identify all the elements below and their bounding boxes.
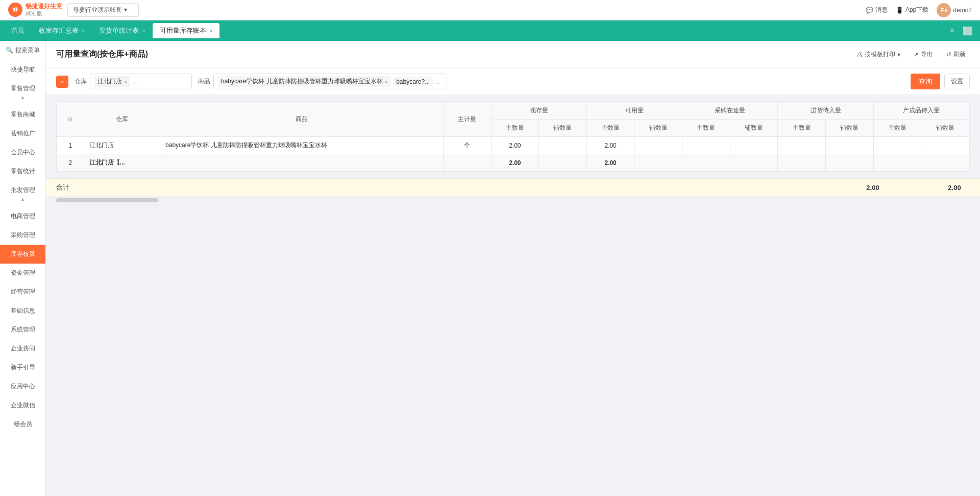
sidebar-item-member-center[interactable]: 会员中心 [0,143,45,162]
tab-available-stock[interactable]: 可用量库存账本 × [153,23,219,38]
user-area[interactable]: Ea demo2 [937,3,972,17]
footer-label: 合计 [56,183,97,192]
row-2-stock-aux [539,154,587,172]
settings-icon[interactable]: ⚙ [67,116,73,123]
data-table-container: ⚙ 仓库 商品 主计量 现存量 可用量 采购在途量 进货待入量 产成品待入量 主… [56,101,970,172]
horizontal-scrollbar[interactable] [56,198,970,202]
chevron-icon: ▲ [20,196,26,202]
message-label: 消息 [875,6,888,14]
dropdown-icon: ▾ [897,51,900,58]
sidebar-item-retail-mall[interactable]: 零售商城 [0,105,45,124]
chevron-icon: ▲ [20,95,26,100]
col-avail-aux-qty: 辅数量 [634,120,682,137]
export-label: 导出 [921,50,933,59]
row-1-warehouse: 江北门店 [84,137,160,154]
print-label: 按模板打印 [865,50,895,59]
sidebar-item-retail-mgmt[interactable]: 零售管理 ▲ [0,79,45,105]
sidebar-search[interactable]: 🔍 搜索菜单 [0,41,45,60]
sidebar-finance-label: 资金管理 [11,269,35,277]
warehouse-tag-close[interactable]: × [124,79,127,85]
print-btn[interactable]: 🖨 按模板打印 ▾ [852,48,904,61]
col-prod-main-qty: 主数量 [873,120,921,137]
col-stock-group: 现存量 [491,102,586,120]
app-download-label: App下载 [905,6,928,14]
sidebar-item-wholesale-mgmt[interactable]: 批发管理 ▲ [0,181,45,207]
logo-icon: 好 [8,3,22,17]
printer-icon: 🖨 [856,51,863,58]
filter-bar: » 仓库 江北门店 × ... 商品 babycare学饮杯 儿童防摔防撞吸管杯… [46,68,980,95]
sidebar-item-operations[interactable]: 经营管理 [0,282,45,301]
product-tag-1-close[interactable]: × [385,79,388,85]
phone-icon: 📱 [896,7,903,14]
table-row: 1 江北门店 babycare学饮杯 儿童防摔防撞吸管杯重力球吸嘴杯宝宝水杯 个… [57,137,969,154]
tab-close-icon[interactable]: × [209,28,212,34]
tab-stock-summary-label: 收发存汇总表 [39,26,79,35]
product-more-icon[interactable]: ... [433,78,443,85]
row-2-purchase-main [682,154,730,172]
sidebar-item-quick-nav[interactable]: 快捷导航 [0,60,45,79]
col-incoming-main-qty: 主数量 [778,120,826,137]
row-1-incoming-aux [826,137,874,154]
tab-stock-summary[interactable]: 收发存汇总表 × [32,23,92,38]
sidebar-item-wechat[interactable]: 企业微信 [0,396,45,415]
sidebar-ecommerce-label: 电商管理 [11,212,35,221]
message-btn[interactable]: 💬 消息 [866,6,888,14]
sidebar-item-retail-stats[interactable]: 零售统计 [0,162,45,181]
tab-close-icon[interactable]: × [142,28,145,34]
industry-selector[interactable]: 母婴行业演示账套 ▾ [67,3,139,17]
close-all-btn[interactable]: × [947,25,958,37]
refresh-btn[interactable]: ↺ 刷新 [942,48,970,61]
col-warehouse: 仓库 [84,102,160,137]
product-filter: 商品 babycare学饮杯 儿童防摔防撞吸管杯重力球吸嘴杯宝宝水杯 × bab… [198,74,447,89]
page-title: 可用量查询(按仓库+商品) [56,49,148,60]
sidebar-item-marketing[interactable]: 营销推广 [0,124,45,143]
sidebar-item-stock-check[interactable]: 库存核算 [0,245,45,264]
footer-stock-total: 2.00 [857,184,888,192]
expand-btn[interactable]: » [56,76,68,88]
restore-btn[interactable]: ⬜ [960,25,976,37]
sidebar-item-enterprise-collab[interactable]: 企业协同 [0,339,45,358]
sidebar-wechat-label: 企业微信 [11,401,35,410]
row-1-product: babycare学饮杯 儿童防摔防撞吸管杯重力球吸嘴杯宝宝水杯 [160,137,444,154]
product-label: 商品 [198,77,210,86]
filter-actions: 查询 设置 [911,74,970,89]
warehouse-tag-value: 江北门店 [97,77,122,86]
sidebar-search-label: 搜索菜单 [15,46,40,54]
sidebar-retail-mgmt-label: 零售管理 [11,84,35,93]
warehouse-input[interactable]: 江北门店 × ... [90,74,192,89]
sidebar-item-basic-info[interactable]: 基础信息 [0,301,45,320]
sidebar: 🔍 搜索菜单 快捷导航 零售管理 ▲ 零售商城 营销推广 会员中心 零售统计 批… [0,41,46,496]
tab-order-stats[interactable]: 要货单统计表 × [92,23,152,38]
sidebar-beginner-label: 新手引导 [11,363,35,372]
top-bar-left: 好 畅捷通好生意 标准版 母婴行业演示账套 ▾ [8,3,139,17]
sidebar-item-ecommerce[interactable]: 电商管理 [0,207,45,226]
query-btn[interactable]: 查询 [911,74,940,89]
sidebar-marketing-label: 营销推广 [11,129,35,138]
product-input[interactable]: babycare学饮杯 儿童防摔防撞吸管杯重力球吸嘴杯宝宝水杯 × babyca… [213,74,447,89]
tab-home[interactable]: 首页 [4,23,32,38]
industry-label: 母婴行业演示账套 [73,6,122,14]
export-btn[interactable]: ↗ 导出 [910,48,937,61]
sidebar-item-app-center[interactable]: 应用中心 [0,377,45,396]
row-1-prod-aux [921,137,969,154]
sidebar-sys-mgmt-label: 系统管理 [11,325,35,334]
row-2-avail-aux [634,154,682,172]
sidebar-retail-stats-label: 零售统计 [11,167,35,176]
settings-btn[interactable]: 设置 [944,74,970,89]
table-row: 2 江北门店【... 2.00 2.00 [57,154,969,172]
sidebar-item-sys-mgmt[interactable]: 系统管理 [0,320,45,339]
scroll-thumb[interactable] [56,198,158,202]
content-area: 可用量查询(按仓库+商品) 🖨 按模板打印 ▾ ↗ 导出 ↺ 刷新 [46,41,980,496]
sidebar-item-beginner[interactable]: 新手引导 [0,358,45,377]
refresh-label: 刷新 [953,50,966,59]
warehouse-more-icon[interactable]: ... [130,78,140,85]
col-incoming-aux-qty: 辅数量 [826,120,874,137]
sidebar-item-member-service[interactable]: 畅会员 [0,415,45,434]
sidebar-item-purchase[interactable]: 采购管理 [0,226,45,245]
col-settings[interactable]: ⚙ [57,102,84,137]
logo-sub: 标准版 [26,10,62,17]
sidebar-item-finance[interactable]: 资金管理 [0,264,45,282]
col-prod-aux-qty: 辅数量 [921,120,969,137]
app-download-btn[interactable]: 📱 App下载 [896,6,928,14]
tab-close-icon[interactable]: × [82,28,85,34]
